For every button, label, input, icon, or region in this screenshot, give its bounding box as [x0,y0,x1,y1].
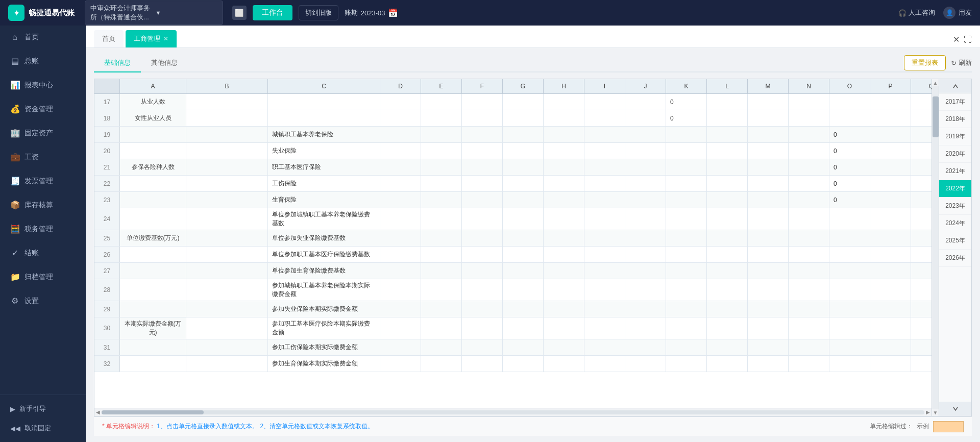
cell-17-q[interactable] [911,94,932,110]
cell-23-a[interactable] [120,192,186,208]
cell-21-p[interactable] [870,159,911,175]
cell-20-p[interactable] [870,143,911,159]
cell-20-e[interactable] [421,143,462,159]
cell-18-o[interactable] [829,110,870,126]
cell-31-h[interactable] [544,339,584,355]
cell-22-d[interactable] [380,176,421,191]
cell-25-c[interactable]: 单位参加失业保险缴费基数 [268,230,380,246]
cell-27-k[interactable] [666,263,707,279]
year-item-2021[interactable]: 2021年 [939,163,971,180]
cell-21-d[interactable] [380,159,421,175]
cell-22-c[interactable]: 工伤保险 [268,176,380,191]
cell-27-c[interactable]: 单位参加生育保险缴费基数 [268,263,380,279]
window-close-icon[interactable]: ✕ [953,35,960,44]
cell-26-m[interactable] [748,247,789,262]
cell-27-g[interactable] [503,263,544,279]
cell-30-c[interactable]: 参加职工基本医疗保险本期实际缴费金额 [268,317,380,339]
cell-22-l[interactable] [707,176,748,191]
cell-30-j[interactable] [625,317,666,339]
cell-17-n[interactable] [789,94,829,110]
cell-24-q[interactable] [911,208,932,230]
cell-18-c[interactable] [268,110,380,126]
cell-18-p[interactable] [870,110,911,126]
cell-17-k[interactable]: 0 [666,94,707,110]
cell-23-e[interactable] [421,192,462,208]
cell-18-f[interactable] [462,110,503,126]
cell-22-i[interactable] [584,176,625,191]
cell-21-n[interactable] [789,159,829,175]
cell-25-m[interactable] [748,230,789,246]
cell-17-m[interactable] [748,94,789,110]
cell-19-i[interactable] [584,127,625,142]
cell-17-p[interactable] [870,94,911,110]
cell-21-k[interactable] [666,159,707,175]
cell-26-d[interactable] [380,247,421,262]
cell-26-c[interactable]: 单位参加职工基本医疗保险缴费基数 [268,247,380,262]
cell-29-i[interactable] [584,301,625,317]
sidebar-item-ledger[interactable]: ▤ 总账 [0,49,86,73]
cell-29-l[interactable] [707,301,748,317]
cell-30-i[interactable] [584,317,625,339]
scroll-track[interactable] [102,410,924,414]
cell-28-n[interactable] [789,279,829,301]
sidebar-item-report[interactable]: 📊 报表中心 [0,73,86,97]
cell-24-i[interactable] [584,208,625,230]
cell-30-a[interactable]: 本期实际缴费金额(万元) [120,317,186,339]
cell-19-c[interactable]: 城镇职工基本养老保险 [268,127,380,142]
cell-20-j[interactable] [625,143,666,159]
year-item-2024[interactable]: 2024年 [939,215,971,232]
cell-22-a[interactable] [120,176,186,191]
cell-25-f[interactable] [462,230,503,246]
cell-26-a[interactable] [120,247,186,262]
cell-18-m[interactable] [748,110,789,126]
cell-26-n[interactable] [789,247,829,262]
cell-29-p[interactable] [870,301,911,317]
cell-29-m[interactable] [748,301,789,317]
cell-25-l[interactable] [707,230,748,246]
scroll-up-btn[interactable]: ▲ [932,79,939,86]
cell-27-m[interactable] [748,263,789,279]
cell-21-a[interactable]: 参保各险种人数 [120,159,186,175]
year-item-2022[interactable]: 2022年 [939,180,971,198]
cell-27-b[interactable] [186,263,268,279]
scroll-right-btn[interactable]: ▶ [924,409,932,415]
cell-25-b[interactable] [186,230,268,246]
cell-27-j[interactable] [625,263,666,279]
v-scroll-track[interactable] [932,86,939,409]
cell-27-f[interactable] [462,263,503,279]
cell-31-g[interactable] [503,339,544,355]
cell-28-o[interactable] [829,279,870,301]
cell-24-k[interactable] [666,208,707,230]
tab-basic-info[interactable]: 基础信息 [94,54,141,72]
cell-25-q[interactable] [911,230,932,246]
cell-32-q[interactable] [911,356,932,372]
sidebar-item-tax[interactable]: 🧮 税务管理 [0,217,86,241]
cell-17-d[interactable] [380,94,421,110]
reset-report-button[interactable]: 重置报表 [904,55,946,70]
cell-21-b[interactable] [186,159,268,175]
cell-17-o[interactable] [829,94,870,110]
cell-19-a[interactable] [120,127,186,142]
sidebar-item-settings[interactable]: ⚙ 设置 [0,289,86,313]
cell-19-l[interactable] [707,127,748,142]
cell-25-h[interactable] [544,230,584,246]
cell-23-i[interactable] [584,192,625,208]
cell-20-k[interactable] [666,143,707,159]
cell-18-k[interactable]: 0 [666,110,707,126]
scroll-thumb[interactable] [102,410,204,414]
sidebar-item-home[interactable]: ⌂ 首页 [0,26,86,49]
cell-22-g[interactable] [503,176,544,191]
cell-19-f[interactable] [462,127,503,142]
cell-23-j[interactable] [625,192,666,208]
cell-32-c[interactable]: 参加生育保险本期实际缴费金额 [268,356,380,372]
cell-17-i[interactable] [584,94,625,110]
cell-21-j[interactable] [625,159,666,175]
cell-24-a[interactable] [120,208,186,230]
cell-22-q[interactable] [911,176,932,191]
cell-28-l[interactable] [707,279,748,301]
horizontal-scrollbar[interactable]: ◀ ▶ [94,408,932,416]
cell-20-o[interactable]: 0 [829,143,870,159]
cell-23-b[interactable] [186,192,268,208]
cell-21-h[interactable] [544,159,584,175]
cell-22-h[interactable] [544,176,584,191]
